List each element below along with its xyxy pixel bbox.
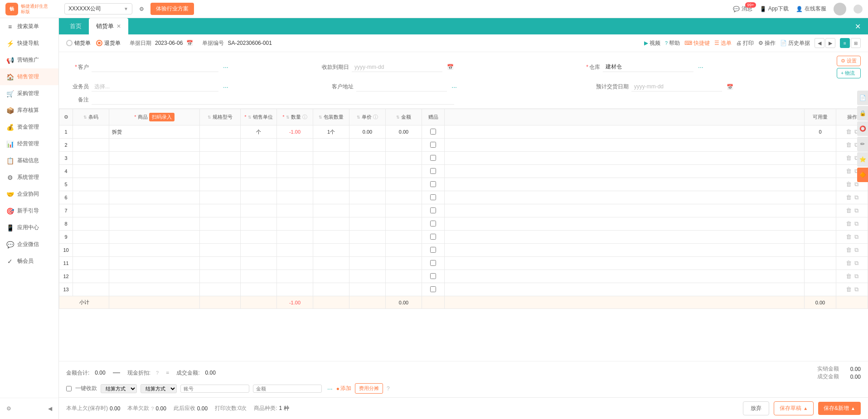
cell-qty[interactable] (277, 257, 313, 270)
cell-qty[interactable]: -1.00 (277, 125, 313, 139)
delete-icon[interactable]: 🗑 (846, 286, 852, 293)
cell-gift[interactable] (422, 165, 445, 178)
barcode-input[interactable] (76, 274, 106, 279)
radio-return[interactable]: 退货单 (96, 39, 121, 47)
spec-input[interactable] (203, 287, 238, 292)
sidebar-item-member[interactable]: ✓ 畅会员 (0, 253, 58, 270)
cell-spec[interactable] (200, 283, 241, 296)
cell-unit-price[interactable] (349, 204, 386, 217)
copy-icon[interactable]: ⧉ (854, 207, 858, 214)
action-history[interactable]: 📄 历史单据 (780, 39, 810, 47)
cell-gift[interactable] (422, 125, 445, 139)
customer-addr-input[interactable] (356, 82, 447, 92)
cell-qty[interactable] (277, 270, 313, 283)
gift-checkbox[interactable] (430, 273, 436, 279)
barcode-input[interactable] (76, 287, 106, 292)
view-grid-btn[interactable]: ⊞ (851, 38, 861, 48)
cell-spec[interactable] (200, 152, 241, 165)
logistics-button[interactable]: + 物流 (837, 68, 861, 78)
copy-icon[interactable]: ⧉ (854, 260, 858, 267)
cell-qty[interactable] (277, 283, 313, 296)
barcode-input[interactable] (76, 169, 106, 174)
spec-input[interactable] (203, 234, 238, 240)
remarks-input[interactable] (92, 95, 454, 105)
footer-goods-type[interactable]: 商品种类: 1 种 (254, 405, 289, 412)
nav-next-icon[interactable]: ▶ (825, 38, 835, 48)
nav-prev-icon[interactable]: ◀ (815, 38, 824, 48)
cell-gift[interactable] (422, 283, 445, 296)
cell-spec[interactable] (200, 165, 241, 178)
split-button[interactable]: 费用分摊 (355, 383, 383, 394)
action-help[interactable]: ? 帮助 (665, 39, 680, 47)
sidebar-item-new-guide[interactable]: 🎯 新手引导 (0, 202, 58, 219)
spec-input[interactable] (203, 208, 238, 213)
copy-icon[interactable]: ⧉ (854, 220, 858, 227)
cell-unit-price[interactable] (349, 231, 386, 244)
delete-icon[interactable]: 🗑 (846, 128, 852, 135)
cell-barcode[interactable] (73, 283, 109, 296)
date-calendar-icon[interactable]: 📅 (186, 40, 193, 46)
spec-input[interactable] (203, 274, 238, 279)
cell-qty[interactable] (277, 217, 313, 231)
barcode-input[interactable] (76, 195, 106, 200)
sidebar-item-basic-info[interactable]: 📋 基础信息 (0, 152, 58, 169)
cell-barcode[interactable] (73, 270, 109, 283)
cell-barcode[interactable] (73, 178, 109, 191)
message-button[interactable]: 💬 消息 99+ (733, 5, 752, 13)
cell-barcode[interactable] (73, 165, 109, 178)
cell-gift[interactable] (422, 244, 445, 257)
right-float-edit-icon[interactable]: ✏ (857, 137, 868, 151)
right-float-doc-icon[interactable]: 📄 (857, 91, 868, 105)
copy-icon[interactable]: ⧉ (854, 194, 858, 201)
action-print[interactable]: 🖨 打印 (736, 39, 754, 47)
cell-gift[interactable] (422, 270, 445, 283)
cell-unit-price[interactable] (349, 257, 386, 270)
cell-gift[interactable] (422, 231, 445, 244)
spec-input[interactable] (203, 129, 238, 135)
cell-unit-price[interactable] (349, 270, 386, 283)
cell-gift[interactable] (422, 204, 445, 217)
delete-icon[interactable]: 🗑 (846, 220, 852, 227)
cell-unit-price[interactable] (349, 283, 386, 296)
sidebar-item-purchase[interactable]: 🛒 采购管理 (0, 85, 58, 102)
addr-dots-icon[interactable]: ··· (451, 83, 457, 91)
online-service-button[interactable]: 👤 在线客服 (796, 5, 826, 13)
customer-dots-icon[interactable]: ··· (223, 63, 228, 71)
radio-sales[interactable]: 销货单 (66, 39, 91, 47)
spec-input[interactable] (203, 195, 238, 200)
cell-qty[interactable] (277, 178, 313, 191)
gift-checkbox[interactable] (430, 260, 436, 266)
add-button[interactable]: ● 添加 (336, 385, 351, 392)
cell-spec[interactable] (200, 257, 241, 270)
cell-spec[interactable] (200, 270, 241, 283)
cell-barcode[interactable] (73, 244, 109, 257)
cell-barcode[interactable] (73, 204, 109, 217)
cell-unit-price[interactable] (349, 217, 386, 231)
cell-gift[interactable] (422, 152, 445, 165)
delete-icon[interactable]: 🗑 (846, 141, 852, 149)
cell-unit-price[interactable]: 0.00 (349, 125, 386, 139)
sidebar-item-finance[interactable]: 💰 资金管理 (0, 119, 58, 135)
delete-icon[interactable]: 🗑 (846, 181, 852, 188)
cell-spec[interactable] (200, 178, 241, 191)
scan-button[interactable]: 扫码录入 (149, 113, 175, 121)
th-settings[interactable]: ⚙ (59, 109, 73, 125)
sidebar-item-sys-mgmt[interactable]: ⚙ 系统管理 (0, 169, 58, 186)
settlement-method-select[interactable]: 结算方式 (101, 384, 137, 393)
sidebar-settings-btn[interactable]: ⚙ ◀ (0, 402, 58, 415)
doc-settings-button[interactable]: ⚙ 设置 (837, 56, 861, 66)
copy-icon[interactable]: ⧉ (854, 233, 858, 241)
spec-input[interactable] (203, 182, 238, 187)
cell-spec[interactable] (200, 231, 241, 244)
copy-icon[interactable]: ⧉ (854, 246, 858, 254)
copy-icon[interactable]: ⧉ (854, 273, 858, 280)
barcode-input[interactable] (76, 182, 106, 187)
cell-unit-price[interactable] (349, 139, 386, 152)
salesperson-dots-icon[interactable]: ··· (223, 83, 228, 91)
cell-unit-price[interactable] (349, 165, 386, 178)
company-selector[interactable]: XXXXXX公司 ▼ (64, 3, 132, 14)
cell-barcode[interactable] (73, 152, 109, 165)
save-new-button[interactable]: 保存&新增 ▲ (818, 402, 861, 415)
delete-icon[interactable]: 🗑 (846, 273, 852, 280)
user-avatar[interactable] (834, 3, 846, 15)
